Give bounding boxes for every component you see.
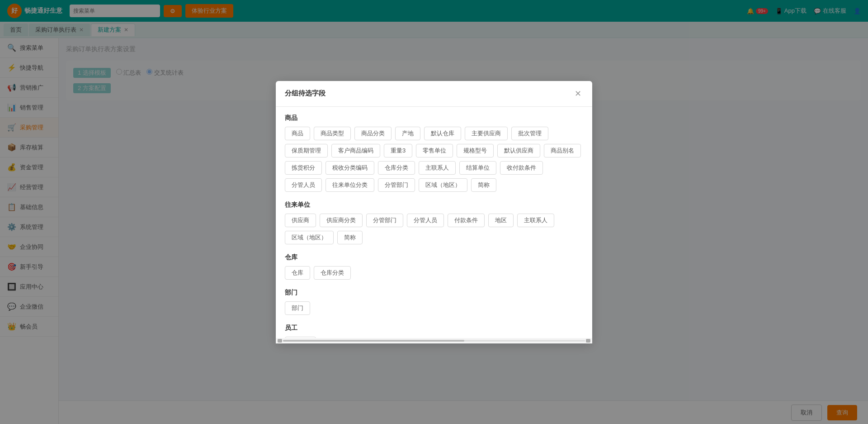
- field-tag-supplier[interactable]: 供应商: [285, 214, 316, 227]
- field-tag-product-type[interactable]: 商品类型: [314, 127, 351, 140]
- field-tag-weight3[interactable]: 重量3: [384, 144, 412, 157]
- field-tag-product-alias[interactable]: 商品别名: [544, 144, 581, 157]
- warehouse-group-title: 仓库: [285, 253, 583, 262]
- field-tag-origin[interactable]: 产地: [395, 127, 420, 140]
- field-tag-warehouse-type[interactable]: 仓库分类: [314, 266, 351, 280]
- field-tag-settlement-unit[interactable]: 结算单位: [459, 161, 496, 175]
- partner-field-tags: 供应商 供应商分类 分管部门 分管人员 付款条件 地区 主联系人 区域（地区） …: [285, 214, 583, 244]
- field-tag-partner-payment[interactable]: 付款条件: [448, 214, 485, 227]
- field-tag-product[interactable]: 商品: [285, 127, 310, 140]
- field-tag-customer-code[interactable]: 客户商品编码: [331, 144, 380, 157]
- field-tag-managing-dept[interactable]: 分管部门: [378, 178, 415, 192]
- field-tag-tax-code[interactable]: 税收分类编码: [326, 161, 374, 175]
- field-tag-partner-abbr[interactable]: 简称: [337, 231, 363, 244]
- product-group-title: 商品: [285, 114, 583, 122]
- field-tag-main-supplier[interactable]: 主要供应商: [465, 127, 508, 140]
- field-group-product: 商品 商品 商品类型 商品分类 产地 默认仓库 主要供应商 批次管理 保质期管理…: [285, 114, 583, 192]
- modal-horizontal-scrollbar[interactable]: [276, 338, 592, 343]
- field-tag-default-warehouse[interactable]: 默认仓库: [424, 127, 461, 140]
- field-tag-spec-model[interactable]: 规格型号: [457, 144, 494, 157]
- field-tag-partner-region[interactable]: 地区: [488, 214, 514, 227]
- field-tag-partner-dept[interactable]: 分管部门: [366, 214, 403, 227]
- department-field-tags: 部门: [285, 301, 583, 315]
- field-tag-retail-unit[interactable]: 零售单位: [416, 144, 453, 157]
- modal-title: 分组待选字段: [285, 89, 326, 98]
- product-field-tags: 商品 商品类型 商品分类 产地 默认仓库 主要供应商 批次管理 保质期管理 客户…: [285, 127, 583, 192]
- employee-group-title: 员工: [285, 324, 583, 332]
- field-tag-main-contact[interactable]: 主联系人: [419, 161, 456, 175]
- field-tag-supplier-category[interactable]: 供应商分类: [320, 214, 363, 227]
- field-tag-batch-management[interactable]: 批次管理: [511, 127, 548, 140]
- modal-body[interactable]: 商品 商品 商品类型 商品分类 产地 默认仓库 主要供应商 批次管理 保质期管理…: [276, 107, 592, 338]
- field-tag-partner-manager[interactable]: 分管人员: [407, 214, 444, 227]
- warehouse-field-tags: 仓库 仓库分类: [285, 266, 583, 280]
- modal-close-button[interactable]: ✕: [572, 88, 583, 99]
- field-tag-partner-area[interactable]: 区域（地区）: [285, 231, 334, 244]
- department-group-title: 部门: [285, 289, 583, 297]
- field-group-employee: 员工 业务员: [285, 324, 583, 338]
- partner-group-title: 往来单位: [285, 201, 583, 209]
- field-group-department: 部门 部门: [285, 289, 583, 315]
- field-tag-product-category[interactable]: 商品分类: [354, 127, 392, 140]
- modal-overlay: 分组待选字段 ✕ 商品 商品 商品类型 商品分类 产地 默认仓库 主要供应商 批…: [0, 0, 868, 424]
- field-tag-partner-contact[interactable]: 主联系人: [517, 214, 554, 227]
- field-tag-partner-category[interactable]: 往来单位分类: [326, 178, 374, 192]
- field-group-partner: 往来单位 供应商 供应商分类 分管部门 分管人员 付款条件 地区 主联系人 区域…: [285, 201, 583, 244]
- field-tag-payment-terms[interactable]: 收付款条件: [500, 161, 543, 175]
- field-tag-shelf-life[interactable]: 保质期管理: [285, 144, 328, 157]
- field-tag-manager[interactable]: 分管人员: [285, 178, 322, 192]
- field-tag-abbr[interactable]: 简称: [471, 178, 496, 192]
- modal-header: 分组待选字段 ✕: [276, 81, 592, 107]
- field-group-warehouse: 仓库 仓库 仓库分类: [285, 253, 583, 280]
- field-tag-pick-points[interactable]: 拣货积分: [285, 161, 322, 175]
- field-tag-warehouse[interactable]: 仓库: [285, 266, 310, 280]
- field-tag-department[interactable]: 部门: [285, 301, 310, 315]
- field-tag-warehouse-category[interactable]: 仓库分类: [378, 161, 415, 175]
- field-tag-region[interactable]: 区域（地区）: [419, 178, 467, 192]
- field-select-modal: 分组待选字段 ✕ 商品 商品 商品类型 商品分类 产地 默认仓库 主要供应商 批…: [276, 81, 592, 343]
- field-tag-default-supplier[interactable]: 默认供应商: [497, 144, 540, 157]
